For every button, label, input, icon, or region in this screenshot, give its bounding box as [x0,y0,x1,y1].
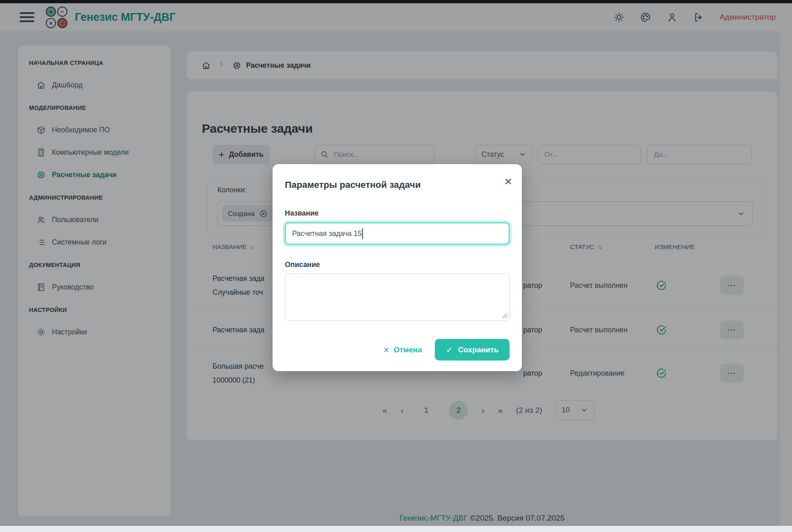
close-icon[interactable]: × [504,175,512,188]
cancel-button-label: Отмена [394,345,422,354]
check-icon: ✓ [446,345,453,355]
description-field-box [285,274,510,321]
modal-title: Параметры расчетной задачи [285,180,421,190]
name-field-label: Название [285,209,319,218]
task-name-input[interactable]: Расчетная задача 15 [285,223,510,245]
close-icon: × [383,345,389,355]
save-button[interactable]: ✓ Сохранить [435,339,510,361]
app-root: + − × ÷ Генезис МГТУ-ДВГ Администратор Н… [0,0,792,532]
resize-handle-icon[interactable] [502,313,508,318]
text-cursor [362,228,363,239]
browser-top-edge [0,0,792,3]
save-button-label: Сохранить [458,345,499,354]
description-field-label: Описание [285,260,320,269]
modal-actions: × Отмена ✓ Сохранить [383,339,510,361]
task-description-input[interactable] [285,274,510,321]
task-name-value: Расчетная задача 15 [292,229,362,238]
task-parameters-modal: Параметры расчетной задачи × Название Ра… [273,164,522,371]
cancel-button[interactable]: × Отмена [383,345,422,355]
